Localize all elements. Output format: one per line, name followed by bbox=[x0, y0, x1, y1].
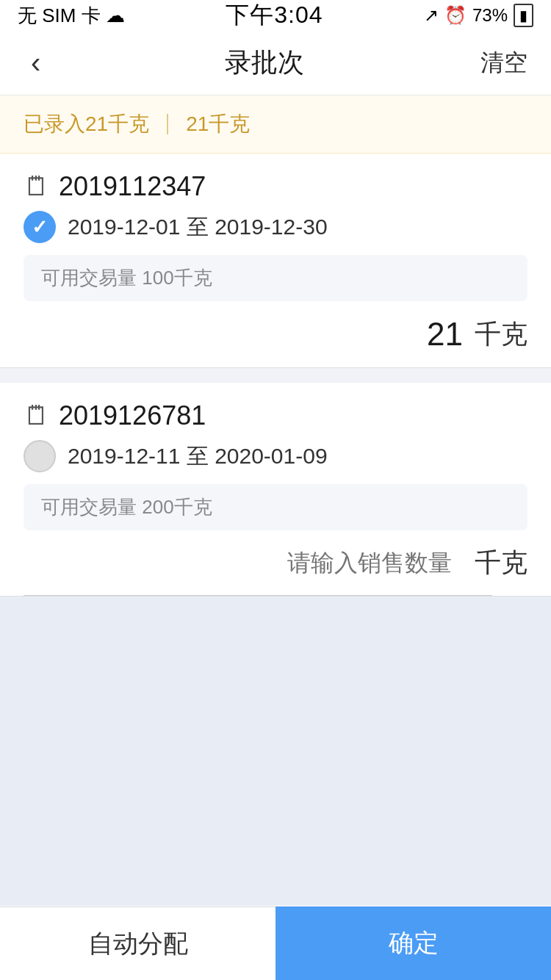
batch-doc-icon-1: 🗒 bbox=[24, 171, 50, 202]
battery-icon: ▮ bbox=[514, 4, 533, 27]
radio-unselected-2[interactable] bbox=[24, 440, 56, 472]
status-right: ↗ ⏰ 73% ▮ bbox=[424, 4, 533, 27]
batch-date-2: 2019-12-11 至 2020-01-09 bbox=[68, 442, 328, 472]
quantity-row-1: 21 千克 bbox=[0, 301, 551, 368]
nav-bar: ‹ 录批次 清空 bbox=[0, 31, 551, 96]
back-button[interactable]: ‹ bbox=[24, 39, 48, 87]
summary-value: 21千克 bbox=[186, 110, 250, 138]
batch-list-2: 🗒 2019126781 2019-12-11 至 2020-01-09 可用交… bbox=[0, 383, 551, 597]
batch-header-2: 🗒 2019126781 bbox=[24, 400, 527, 431]
location-icon: ↗ bbox=[424, 5, 439, 26]
confirm-label: 确定 bbox=[389, 926, 439, 960]
status-time: 下午3:04 bbox=[226, 0, 323, 32]
battery-label: 73% bbox=[472, 5, 508, 26]
batch-date-1: 2019-12-01 至 2019-12-30 bbox=[68, 212, 328, 242]
status-bar: 无 SIM 卡 ☁ 下午3:04 ↗ ⏰ 73% ▮ bbox=[0, 0, 551, 31]
summary-divider bbox=[167, 114, 168, 134]
page-title: 录批次 bbox=[225, 45, 304, 81]
footer: 自动分配 确定 bbox=[0, 907, 551, 980]
batch-doc-icon-2: 🗒 bbox=[24, 400, 50, 431]
bottom-area bbox=[0, 597, 551, 905]
sim-label: 无 SIM 卡 ☁ bbox=[18, 3, 125, 29]
clear-button[interactable]: 清空 bbox=[480, 47, 527, 79]
batch-id-1: 2019112347 bbox=[59, 171, 206, 202]
batch-list: 🗒 2019112347 ✓ 2019-12-01 至 2019-12-30 可… bbox=[0, 154, 551, 368]
summary-recorded: 已录入21千克 bbox=[24, 110, 149, 138]
auto-distribute-label: 自动分配 bbox=[88, 927, 188, 961]
auto-distribute-button[interactable]: 自动分配 bbox=[0, 907, 276, 980]
batch-header-1: 🗒 2019112347 bbox=[24, 171, 527, 202]
batch-id-2: 2019126781 bbox=[59, 400, 206, 431]
radio-selected-1[interactable]: ✓ bbox=[24, 211, 56, 243]
batch-row-1[interactable]: ✓ 2019-12-01 至 2019-12-30 bbox=[24, 211, 527, 243]
check-icon-1: ✓ bbox=[32, 216, 48, 239]
quantity-value-1: 21 bbox=[427, 316, 463, 353]
quantity-input-2[interactable] bbox=[24, 550, 463, 577]
batch-item-1: 🗒 2019112347 ✓ 2019-12-01 至 2019-12-30 可… bbox=[0, 154, 551, 301]
status-left: 无 SIM 卡 ☁ bbox=[18, 3, 125, 29]
summary-bar: 已录入21千克 21千克 bbox=[0, 96, 551, 154]
input-unit-2: 千克 bbox=[475, 545, 527, 581]
input-underline bbox=[24, 595, 492, 596]
batch-separator bbox=[0, 368, 551, 383]
batch-available-1: 可用交易量 100千克 bbox=[24, 255, 527, 301]
batch-available-2: 可用交易量 200千克 bbox=[24, 484, 527, 530]
batch-item-2: 🗒 2019126781 2019-12-11 至 2020-01-09 可用交… bbox=[0, 383, 551, 530]
batch-row-2[interactable]: 2019-12-11 至 2020-01-09 bbox=[24, 440, 527, 472]
alarm-icon: ⏰ bbox=[444, 5, 467, 26]
quantity-unit-1: 千克 bbox=[475, 317, 527, 353]
input-row-2: 千克 bbox=[0, 530, 551, 597]
confirm-button[interactable]: 确定 bbox=[276, 907, 551, 980]
